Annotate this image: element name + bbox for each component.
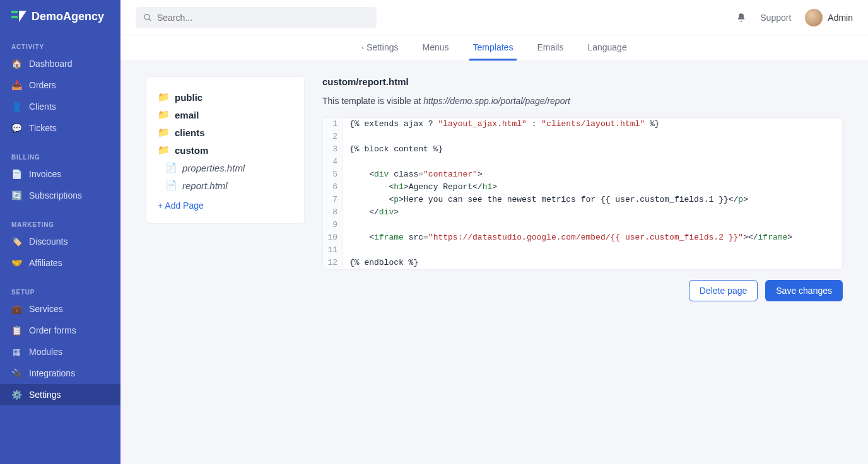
list-icon: 📋 — [11, 325, 21, 335]
user-name: Admin — [828, 13, 853, 23]
nav-clients[interactable]: 👤Clients — [0, 96, 120, 117]
nav-heading-marketing: MARKETING — [0, 216, 120, 231]
search-input[interactable] — [157, 13, 369, 23]
file-report[interactable]: 📄report.html — [158, 177, 293, 194]
svg-marker-2 — [19, 11, 26, 22]
folder-custom[interactable]: 📁custom — [158, 141, 293, 159]
file-tree: 📁public 📁email 📁clients 📁custom 📄propert… — [146, 76, 305, 224]
plug-icon: 🔌 — [11, 368, 21, 378]
tab-templates[interactable]: Templates — [469, 35, 517, 61]
chat-icon: 💬 — [11, 123, 21, 133]
search-box[interactable] — [136, 7, 377, 28]
nav-heading-billing: BILLING — [0, 149, 120, 163]
folder-icon: 📁 — [158, 127, 170, 138]
logo-icon — [11, 11, 26, 23]
settings-tabs: ‹Settings Menus Templates Emails Languag… — [120, 35, 868, 61]
user-menu[interactable]: Admin — [805, 9, 853, 26]
svg-line-4 — [149, 18, 151, 21]
sidebar: DemoAgency ACTIVITY 🏠Dashboard 📥Orders 👤… — [0, 0, 120, 464]
folder-icon: 📁 — [158, 109, 170, 120]
save-changes-button[interactable]: Save changes — [765, 280, 843, 301]
svg-point-3 — [144, 14, 150, 19]
topbar: Support Admin — [120, 0, 868, 35]
nav-heading-setup: SETUP — [0, 284, 120, 298]
tab-menus[interactable]: Menus — [419, 35, 453, 61]
folder-clients[interactable]: 📁clients — [158, 124, 293, 141]
add-page-link[interactable]: + Add Page — [158, 194, 293, 211]
folder-public[interactable]: 📁public — [158, 88, 293, 106]
grid-icon: ▦ — [11, 347, 21, 357]
file-properties[interactable]: 📄properties.html — [158, 159, 293, 177]
handshake-icon: 🤝 — [11, 258, 21, 268]
nav-settings[interactable]: ⚙️Settings — [0, 384, 120, 405]
code-editor[interactable]: 1{% extends ajax ? "layout_ajax.html" : … — [322, 117, 843, 270]
nav-order-forms[interactable]: 📋Order forms — [0, 320, 120, 341]
nav-integrations[interactable]: 🔌Integrations — [0, 362, 120, 384]
user-icon: 👤 — [11, 102, 21, 112]
folder-email[interactable]: 📁email — [158, 106, 293, 124]
nav-discounts[interactable]: 🏷️Discounts — [0, 231, 120, 252]
folder-icon: 📁 — [158, 91, 170, 103]
nav-modules[interactable]: ▦Modules — [0, 341, 120, 362]
nav-subscriptions[interactable]: 🔄Subscriptions — [0, 185, 120, 206]
file-icon: 📄 — [165, 180, 177, 191]
avatar — [805, 9, 823, 26]
refresh-icon: 🔄 — [11, 190, 21, 200]
editor-panel: custom/report.html This template is visi… — [322, 76, 843, 301]
notifications-icon[interactable] — [736, 13, 746, 23]
visible-at-text: This template is visible at https://demo… — [322, 96, 843, 106]
chevron-left-icon: ‹ — [361, 44, 364, 51]
svg-rect-0 — [11, 11, 18, 13]
svg-rect-1 — [11, 16, 18, 18]
file-path-title: custom/report.html — [322, 76, 843, 87]
folder-icon: 📁 — [158, 144, 170, 156]
delete-page-button[interactable]: Delete page — [689, 280, 758, 301]
search-icon — [143, 13, 152, 22]
nav-heading-activity: ACTIVITY — [0, 38, 120, 53]
file-icon: 📄 — [165, 162, 177, 173]
inbox-icon: 📥 — [11, 80, 21, 90]
logo[interactable]: DemoAgency — [0, 0, 120, 33]
support-link[interactable]: Support — [760, 13, 791, 23]
briefcase-icon: 💼 — [11, 304, 21, 314]
tab-language[interactable]: Language — [584, 35, 630, 61]
brand-name: DemoAgency — [32, 10, 104, 23]
tab-emails[interactable]: Emails — [533, 35, 567, 61]
nav-tickets[interactable]: 💬Tickets — [0, 117, 120, 139]
nav-orders[interactable]: 📥Orders — [0, 74, 120, 96]
nav-invoices[interactable]: 📄Invoices — [0, 163, 120, 185]
nav-dashboard[interactable]: 🏠Dashboard — [0, 53, 120, 74]
gear-icon: ⚙️ — [11, 390, 21, 400]
nav-services[interactable]: 💼Services — [0, 298, 120, 320]
file-icon: 📄 — [11, 169, 21, 179]
tab-settings[interactable]: ‹Settings — [358, 35, 402, 61]
visible-url[interactable]: https://demo.spp.io/portal/page/report — [423, 96, 570, 106]
gauge-icon: 🏠 — [11, 59, 21, 69]
tag-icon: 🏷️ — [11, 236, 21, 246]
nav-affiliates[interactable]: 🤝Affiliates — [0, 252, 120, 274]
